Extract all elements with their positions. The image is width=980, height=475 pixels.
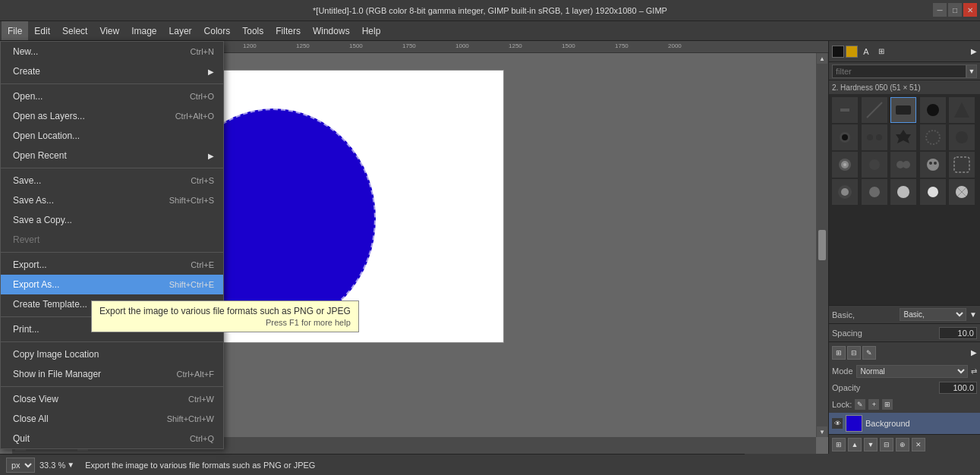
menu-file[interactable]: File bbox=[2, 21, 28, 40]
menu-view[interactable]: View bbox=[93, 21, 125, 40]
menu-item-save-copy[interactable]: Save a Copy... bbox=[1, 210, 223, 230]
brush-type-down[interactable]: ▼ bbox=[969, 310, 977, 319]
mode-row: Mode Normal ⇄ bbox=[829, 363, 980, 379]
merge-layer-button[interactable]: ⊕ bbox=[896, 438, 909, 451]
brush-cell-3[interactable] bbox=[890, 97, 916, 123]
menu-tools[interactable]: Tools bbox=[236, 21, 269, 40]
menu-item-export[interactable]: Export... Ctrl+E bbox=[1, 255, 223, 275]
brush-type-row: Basic, Basic, ▼ bbox=[829, 305, 980, 323]
menu-item-open[interactable]: Open... Ctrl+O bbox=[1, 87, 223, 106]
filter-dropdown-button[interactable]: ▼ bbox=[966, 64, 977, 78]
brush-cell-11[interactable] bbox=[832, 152, 858, 178]
menu-item-new-shortcut: Ctrl+N bbox=[191, 47, 214, 56]
menu-layer[interactable]: Layer bbox=[163, 21, 198, 40]
brush-cell-2[interactable] bbox=[862, 97, 887, 123]
brush-cell-18[interactable] bbox=[890, 179, 916, 205]
panel-section-expand[interactable]: ▶ bbox=[971, 348, 977, 357]
minimize-button[interactable]: ─ bbox=[933, 3, 947, 17]
filter-input[interactable] bbox=[832, 64, 966, 78]
menu-item-close-view[interactable]: Close View Ctrl+W bbox=[1, 389, 223, 409]
lock-move-icon[interactable]: ⊞ bbox=[882, 399, 893, 410]
delete-layer-button[interactable]: ✕ bbox=[912, 438, 925, 451]
menu-item-open-recent[interactable]: Open Recent ▶ bbox=[1, 146, 223, 165]
menu-item-close-all[interactable]: Close All Shift+Ctrl+W bbox=[1, 409, 223, 429]
panel-expand-arrow[interactable]: ▶ bbox=[971, 47, 977, 55]
menu-select[interactable]: Select bbox=[56, 21, 93, 40]
menu-edit[interactable]: Edit bbox=[28, 21, 56, 40]
brush-cell-15[interactable] bbox=[949, 152, 975, 178]
maximize-button[interactable]: □ bbox=[948, 3, 962, 17]
opacity-value[interactable] bbox=[939, 382, 977, 394]
menu-item-save[interactable]: Save... Ctrl+S bbox=[1, 171, 223, 190]
brush-cell-7[interactable] bbox=[862, 124, 887, 150]
zoom-dropdown-arrow[interactable]: ▼ bbox=[67, 461, 74, 469]
scroll-down-arrow[interactable]: ▼ bbox=[817, 426, 827, 437]
brush-thumb-16 bbox=[834, 181, 856, 203]
brush-cell-19[interactable] bbox=[920, 179, 946, 205]
ruler-label-1500: 1500 bbox=[349, 42, 363, 49]
lower-layer-button[interactable]: ▼ bbox=[864, 438, 878, 451]
window-controls: ─ □ ✕ bbox=[933, 3, 977, 17]
brush-thumb-20 bbox=[951, 181, 972, 203]
layer-row[interactable]: 👁 Background bbox=[829, 413, 980, 434]
channels-panel-icon[interactable]: ⊟ bbox=[847, 346, 861, 360]
brush-cell-4[interactable] bbox=[920, 97, 946, 123]
text-tool-icon[interactable]: A bbox=[859, 45, 873, 58]
brush-cell-6[interactable] bbox=[832, 124, 858, 150]
brush-cell-17[interactable] bbox=[862, 179, 887, 205]
lock-paint-icon[interactable]: + bbox=[868, 399, 879, 410]
brush-thumb-4 bbox=[922, 99, 944, 121]
unit-select[interactable]: px bbox=[6, 458, 35, 473]
menu-item-save-as[interactable]: Save As... Shift+Ctrl+S bbox=[1, 190, 223, 210]
menu-item-save-as-label: Save As... bbox=[13, 195, 54, 206]
menu-item-export-as[interactable]: Export As... Shift+Ctrl+E bbox=[1, 275, 223, 294]
menu-windows[interactable]: Windows bbox=[307, 21, 356, 40]
pattern-icon[interactable]: ⊞ bbox=[874, 45, 888, 58]
svg-point-25 bbox=[928, 187, 938, 197]
brush-type-select[interactable]: Basic, bbox=[900, 308, 967, 321]
brush-cell-12[interactable] bbox=[862, 152, 887, 178]
mode-arrows[interactable]: ⇄ bbox=[971, 367, 977, 376]
brush-cell-8[interactable] bbox=[890, 124, 916, 150]
menu-colors[interactable]: Colors bbox=[198, 21, 237, 40]
brush-cell-1[interactable] bbox=[832, 97, 858, 123]
raise-layer-button[interactable]: ▲ bbox=[848, 438, 862, 451]
brush-cell-20[interactable] bbox=[949, 179, 975, 205]
menu-item-new[interactable]: New... Ctrl+N bbox=[1, 42, 223, 61]
menu-item-show-file-manager[interactable]: Show in File Manager Ctrl+Alt+F bbox=[1, 364, 223, 384]
brush-cell-13[interactable] bbox=[890, 152, 916, 178]
lock-row: Lock: ✎ + ⊞ bbox=[829, 396, 980, 413]
scroll-up-arrow[interactable]: ▲ bbox=[817, 53, 827, 64]
menu-help[interactable]: Help bbox=[356, 21, 387, 40]
menu-item-open-location[interactable]: Open Location... bbox=[1, 126, 223, 146]
brush-cell-14[interactable] bbox=[920, 152, 946, 178]
menu-item-quit[interactable]: Quit Ctrl+Q bbox=[1, 429, 223, 448]
menu-item-copy-location[interactable]: Copy Image Location bbox=[1, 344, 223, 364]
layers-panel-icon[interactable]: ⊞ bbox=[832, 346, 846, 360]
brush-cell-16[interactable] bbox=[832, 179, 858, 205]
scroll-thumb-right[interactable] bbox=[818, 230, 826, 260]
background-color-icon[interactable] bbox=[846, 46, 858, 58]
menu-image[interactable]: Image bbox=[125, 21, 162, 40]
paths-panel-icon[interactable]: ✎ bbox=[862, 346, 876, 360]
layer-visibility-icon[interactable]: 👁 bbox=[832, 418, 843, 429]
close-button[interactable]: ✕ bbox=[963, 3, 977, 17]
foreground-color-icon[interactable] bbox=[832, 46, 844, 58]
tooltip-hint: Press F1 for more help bbox=[99, 318, 351, 327]
svg-point-18 bbox=[929, 162, 932, 165]
brush-cell-10[interactable] bbox=[949, 124, 975, 150]
menu-item-create[interactable]: Create ▶ bbox=[1, 61, 223, 81]
mode-select[interactable]: Normal bbox=[856, 365, 968, 378]
menu-item-create-arrow: ▶ bbox=[208, 68, 214, 76]
lock-alpha-icon[interactable]: ✎ bbox=[855, 399, 865, 410]
menu-filters[interactable]: Filters bbox=[269, 21, 307, 40]
brush-cell-9[interactable] bbox=[920, 124, 946, 150]
menu-item-save-shortcut: Ctrl+S bbox=[191, 176, 214, 185]
duplicate-layer-button[interactable]: ⊟ bbox=[880, 438, 893, 451]
menu-item-save-copy-label: Save a Copy... bbox=[13, 215, 72, 225]
new-layer-button[interactable]: ⊞ bbox=[832, 438, 846, 451]
scrollbar-right[interactable]: ▲ ▼ bbox=[816, 53, 828, 437]
spacing-value[interactable] bbox=[939, 327, 977, 339]
menu-item-open-layers[interactable]: Open as Layers... Ctrl+Alt+O bbox=[1, 106, 223, 126]
brush-cell-5[interactable] bbox=[949, 97, 975, 123]
